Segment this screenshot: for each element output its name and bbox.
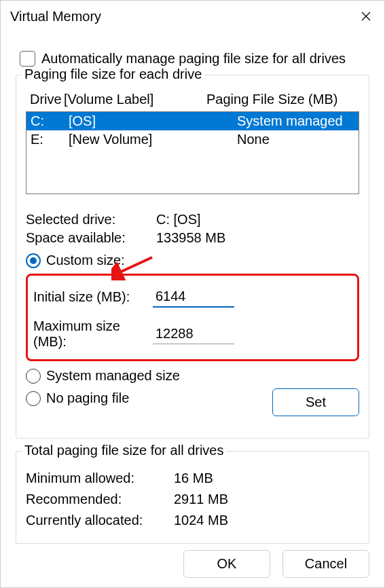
- selected-drive-row: Selected drive: C: [OS]: [26, 212, 359, 227]
- drive-letter: C:: [31, 113, 69, 129]
- window-title: Virtual Memory: [10, 9, 101, 24]
- paging-file-legend: Paging file size for each drive: [22, 67, 204, 82]
- drive-paging-size: System managed: [237, 113, 359, 129]
- drive-letter: E:: [31, 132, 69, 147]
- titlebar: Virtual Memory: [1, 1, 384, 31]
- system-managed-label: System managed size: [46, 368, 180, 384]
- drive-row[interactable]: C: [OS] System managed: [26, 112, 359, 130]
- drive-volume-label: [New Volume]: [69, 132, 237, 147]
- close-icon: [361, 12, 371, 21]
- totals-group: Total paging file size for all drives Mi…: [16, 451, 369, 544]
- checkbox-icon: [20, 51, 35, 67]
- maximum-size-input[interactable]: [153, 324, 234, 344]
- header-label: [Volume Label]: [64, 92, 206, 107]
- initial-size-label: Initial size (MB):: [33, 289, 153, 305]
- recommended-value: 2911 MB: [174, 492, 359, 507]
- maximum-size-label: Maximum size (MB):: [33, 318, 153, 350]
- drive-row[interactable]: E: [New Volume] None: [26, 130, 359, 149]
- recommended-label: Recommended:: [26, 492, 174, 507]
- auto-manage-checkbox[interactable]: Automatically manage paging file size fo…: [20, 51, 369, 67]
- totals-legend: Total paging file size for all drives: [22, 443, 226, 458]
- no-paging-label: No paging file: [46, 390, 129, 406]
- drive-list[interactable]: C: [OS] System managed E: [New Volume] N…: [26, 111, 359, 194]
- space-available-value: 133958 MB: [156, 230, 359, 246]
- drive-list-header: Drive [Volume Label] Paging File Size (M…: [26, 89, 359, 111]
- radio-icon: [26, 369, 41, 384]
- set-button[interactable]: Set: [272, 388, 359, 416]
- ok-button[interactable]: OK: [183, 550, 270, 578]
- cancel-button[interactable]: Cancel: [282, 550, 369, 578]
- selected-drive-value: C: [OS]: [156, 212, 359, 227]
- space-available-row: Space available: 133958 MB: [26, 230, 359, 246]
- minimum-allowed-label: Minimum allowed:: [26, 471, 174, 486]
- system-managed-radio[interactable]: System managed size: [26, 368, 359, 384]
- radio-icon: [26, 253, 41, 268]
- header-size: Paging File Size (MB): [206, 92, 359, 107]
- selected-drive-label: Selected drive:: [26, 212, 156, 227]
- currently-allocated-label: Currently allocated:: [26, 513, 174, 528]
- radio-icon: [26, 391, 41, 406]
- highlight-box: Initial size (MB): Maximum size (MB):: [26, 274, 359, 361]
- paging-file-group: Paging file size for each drive Drive [V…: [16, 75, 369, 439]
- drive-volume-label: [OS]: [69, 113, 237, 129]
- initial-size-input[interactable]: [153, 287, 234, 308]
- auto-manage-label: Automatically manage paging file size fo…: [41, 51, 346, 67]
- currently-allocated-value: 1024 MB: [174, 513, 359, 528]
- minimum-allowed-value: 16 MB: [174, 471, 359, 486]
- drive-paging-size: None: [237, 132, 359, 147]
- close-button[interactable]: [356, 6, 376, 26]
- custom-size-radio[interactable]: Custom size:: [26, 253, 359, 268]
- space-available-label: Space available:: [26, 230, 156, 246]
- custom-size-label: Custom size:: [46, 253, 125, 268]
- header-drive: Drive: [30, 92, 64, 107]
